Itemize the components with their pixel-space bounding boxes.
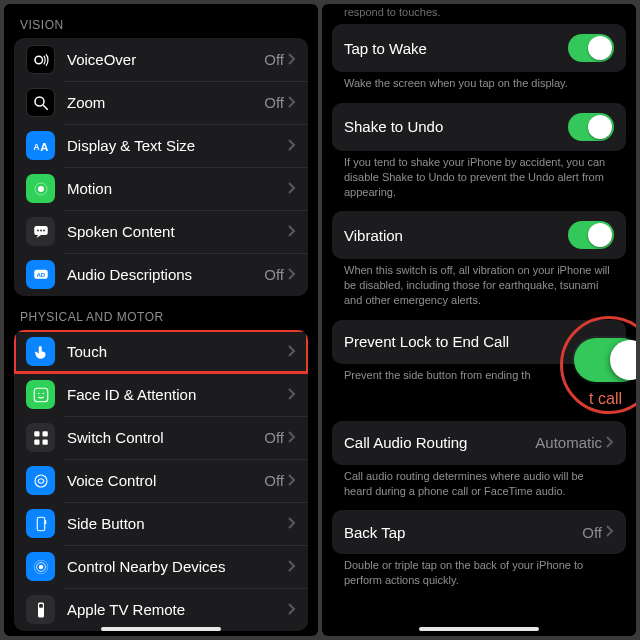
row-display-text-size[interactable]: AA Display & Text Size xyxy=(14,124,308,167)
audio-descriptions-icon: AD xyxy=(26,260,55,289)
row-touch[interactable]: Touch xyxy=(14,330,308,373)
svg-rect-22 xyxy=(44,520,46,524)
svg-line-2 xyxy=(43,105,48,110)
row-vibration[interactable]: Vibration xyxy=(332,211,626,259)
chevron-right-icon xyxy=(288,51,296,69)
row-value: Off xyxy=(264,266,284,283)
row-shake-to-undo[interactable]: Shake to Undo xyxy=(332,103,626,151)
row-label: Spoken Content xyxy=(67,223,288,240)
row-side-button[interactable]: Side Button xyxy=(14,502,308,545)
chevron-right-icon xyxy=(288,515,296,533)
desc-tap-to-wake: Wake the screen when you tap on the disp… xyxy=(322,72,636,103)
row-call-audio-routing[interactable]: Call Audio Routing Automatic xyxy=(332,421,626,465)
svg-rect-16 xyxy=(34,431,39,436)
svg-rect-21 xyxy=(37,517,45,531)
motion-icon xyxy=(26,174,55,203)
row-value: Off xyxy=(264,472,284,489)
chevron-right-icon xyxy=(606,434,614,452)
chevron-right-icon xyxy=(288,472,296,490)
row-value: Automatic xyxy=(535,434,602,451)
row-label: Prevent Lock to End Call xyxy=(344,333,566,350)
svg-point-20 xyxy=(35,475,47,487)
row-control-nearby[interactable]: Control Nearby Devices xyxy=(14,545,308,588)
row-audio-descriptions[interactable]: AD Audio Descriptions Off xyxy=(14,253,308,296)
toggle-vibration[interactable] xyxy=(568,221,614,249)
ghost-text: t call xyxy=(589,390,622,408)
svg-point-8 xyxy=(37,229,39,231)
svg-rect-17 xyxy=(42,431,47,436)
touch-settings-pane: respond to touches. Tap to Wake Wake the… xyxy=(322,4,636,636)
voice-control-icon xyxy=(26,466,55,495)
svg-point-5 xyxy=(38,186,44,192)
row-label: Vibration xyxy=(344,227,568,244)
toggle-prevent-lock-end-call[interactable] xyxy=(574,338,636,382)
svg-text:A: A xyxy=(33,142,39,151)
svg-rect-18 xyxy=(34,439,39,444)
row-back-tap[interactable]: Back Tap Off xyxy=(332,510,626,554)
row-label: Apple TV Remote xyxy=(67,601,288,618)
accessibility-settings-pane: VISION VoiceOver Off Zoom Off xyxy=(4,4,318,636)
toggle-tap-to-wake[interactable] xyxy=(568,34,614,62)
row-label: Display & Text Size xyxy=(67,137,288,154)
row-faceid[interactable]: Face ID & Attention xyxy=(14,373,308,416)
desc-shake: If you tend to shake your iPhone by acci… xyxy=(322,151,636,212)
nearby-devices-icon xyxy=(26,552,55,581)
section-header-vision: VISION xyxy=(4,4,318,38)
svg-rect-13 xyxy=(34,388,48,402)
cut-description: respond to touches. xyxy=(322,4,636,24)
row-voice-control[interactable]: Voice Control Off xyxy=(14,459,308,502)
zoom-icon xyxy=(26,88,55,117)
svg-point-9 xyxy=(40,229,42,231)
desc-vibration: When this switch is off, all vibration o… xyxy=(322,259,636,320)
svg-text:A: A xyxy=(40,141,48,153)
chevron-right-icon xyxy=(288,558,296,576)
row-label: Side Button xyxy=(67,515,288,532)
desc-call-audio-routing: Call audio routing determines where audi… xyxy=(322,465,636,511)
group-motor: Touch Face ID & Attention Switch Control… xyxy=(14,330,308,631)
speech-bubble-icon xyxy=(26,217,55,246)
svg-point-0 xyxy=(35,56,43,64)
svg-text:AD: AD xyxy=(36,271,45,277)
row-zoom[interactable]: Zoom Off xyxy=(14,81,308,124)
text-size-icon: AA xyxy=(26,131,55,160)
switch-control-icon xyxy=(26,423,55,452)
row-spoken-content[interactable]: Spoken Content xyxy=(14,210,308,253)
chevron-right-icon xyxy=(288,180,296,198)
chevron-right-icon xyxy=(288,94,296,112)
voiceover-icon xyxy=(26,45,55,74)
group-back-tap: Back Tap Off xyxy=(332,510,626,554)
row-motion[interactable]: Motion xyxy=(14,167,308,210)
row-label: Audio Descriptions xyxy=(67,266,264,283)
home-indicator[interactable] xyxy=(101,627,221,631)
section-header-motor: PHYSICAL AND MOTOR xyxy=(4,296,318,330)
row-switch-control[interactable]: Switch Control Off xyxy=(14,416,308,459)
row-value: Off xyxy=(582,524,602,541)
faceid-icon xyxy=(26,380,55,409)
chevron-right-icon xyxy=(288,266,296,284)
chevron-right-icon xyxy=(288,429,296,447)
svg-point-15 xyxy=(42,392,44,394)
row-apple-tv-remote[interactable]: Apple TV Remote xyxy=(14,588,308,631)
chevron-right-icon xyxy=(288,343,296,361)
chevron-right-icon xyxy=(288,601,296,619)
row-label: Face ID & Attention xyxy=(67,386,288,403)
svg-point-23 xyxy=(38,564,43,569)
row-label: Zoom xyxy=(67,94,264,111)
group-tap-to-wake: Tap to Wake xyxy=(332,24,626,72)
row-label: Touch xyxy=(67,343,288,360)
group-shake: Shake to Undo xyxy=(332,103,626,151)
row-label: Call Audio Routing xyxy=(344,434,535,451)
row-tap-to-wake[interactable]: Tap to Wake xyxy=(332,24,626,72)
row-label: VoiceOver xyxy=(67,51,264,68)
row-voiceover[interactable]: VoiceOver Off xyxy=(14,38,308,81)
svg-point-14 xyxy=(38,392,40,394)
group-call-audio-routing: Call Audio Routing Automatic xyxy=(332,421,626,465)
home-indicator[interactable] xyxy=(419,627,539,631)
toggle-shake-to-undo[interactable] xyxy=(568,113,614,141)
chevron-right-icon xyxy=(606,523,614,541)
touch-icon xyxy=(26,337,55,366)
row-value: Off xyxy=(264,51,284,68)
chevron-right-icon xyxy=(288,137,296,155)
row-value: Off xyxy=(264,94,284,111)
chevron-right-icon xyxy=(288,223,296,241)
